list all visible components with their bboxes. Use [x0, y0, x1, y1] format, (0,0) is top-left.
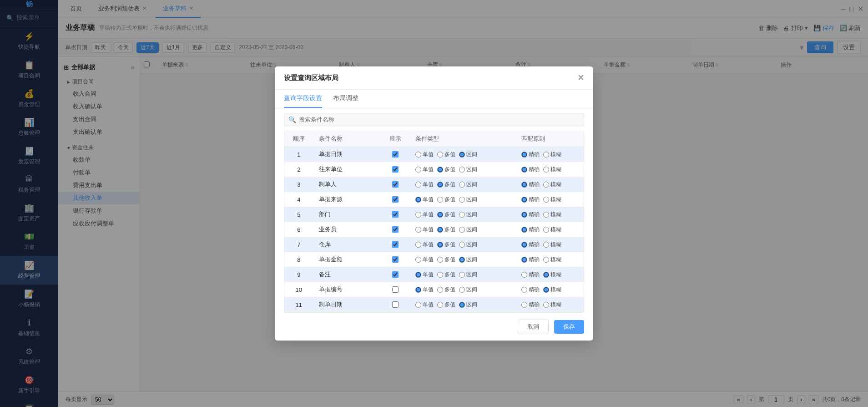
show-checkbox[interactable]: [392, 226, 399, 233]
radio-type-single[interactable]: 单值: [415, 256, 434, 264]
radio-type-multi[interactable]: 多值: [437, 256, 455, 264]
radio-type-multi[interactable]: 多值: [437, 241, 455, 249]
cell-match: 精确模糊: [516, 192, 584, 207]
radio-type-single[interactable]: 单值: [415, 226, 434, 234]
col-match: 匹配原则: [516, 131, 584, 147]
show-checkbox[interactable]: [392, 241, 399, 248]
radio-type-single[interactable]: 单值: [415, 166, 434, 173]
radio-match-exact[interactable]: 精确: [521, 271, 540, 279]
radio-match-fuzzy[interactable]: 模糊: [543, 181, 561, 188]
radio-match-exact[interactable]: 精确: [521, 301, 540, 309]
table-row: 10单据编号单值多值区间精确模糊: [284, 282, 584, 297]
radio-type-range[interactable]: 区间: [459, 166, 477, 173]
cell-type: 单值多值区间: [410, 207, 516, 222]
radio-type-single[interactable]: 单值: [415, 241, 434, 249]
radio-type-range[interactable]: 区间: [459, 226, 477, 234]
show-checkbox[interactable]: [392, 196, 399, 203]
radio-type-multi[interactable]: 多值: [437, 271, 455, 279]
modal-save-button[interactable]: 保存: [554, 320, 584, 334]
radio-match-exact[interactable]: 精确: [521, 256, 540, 264]
show-checkbox[interactable]: [392, 166, 399, 173]
radio-type-range[interactable]: 区间: [459, 211, 477, 219]
radio-match-exact[interactable]: 精确: [521, 181, 540, 188]
radio-type-range[interactable]: 区间: [459, 256, 477, 264]
cell-match: 精确模糊: [516, 177, 584, 192]
modal-search-input[interactable]: [284, 113, 584, 126]
cell-name: 单据编号: [313, 282, 381, 297]
radio-type-single[interactable]: 单值: [415, 181, 434, 188]
cell-order: 6: [284, 222, 313, 237]
radio-type-range[interactable]: 区间: [459, 196, 477, 204]
radio-type-single[interactable]: 单值: [415, 286, 434, 294]
radio-type-multi[interactable]: 多值: [437, 286, 455, 294]
show-checkbox[interactable]: [392, 151, 399, 158]
radio-type-range[interactable]: 区间: [459, 271, 477, 279]
modal-overlay[interactable]: 设置查询区域布局 ✕ 查询字段设置 布局调整 🔍 顺序 条件名称: [0, 0, 868, 407]
radio-match-exact[interactable]: 精确: [521, 196, 540, 204]
radio-type-multi[interactable]: 多值: [437, 181, 455, 188]
radio-match-exact[interactable]: 精确: [521, 151, 540, 158]
table-row: 8单据金额单值多值区间精确模糊: [284, 252, 584, 267]
radio-match-fuzzy[interactable]: 模糊: [543, 151, 561, 158]
show-checkbox[interactable]: [392, 301, 399, 308]
table-head: 顺序 条件名称 显示 条件类型 匹配原则: [284, 131, 584, 147]
radio-match-fuzzy[interactable]: 模糊: [543, 226, 561, 234]
radio-type-multi[interactable]: 多值: [437, 196, 455, 204]
radio-type-range[interactable]: 区间: [459, 301, 477, 309]
radio-match-fuzzy[interactable]: 模糊: [543, 256, 561, 264]
cell-match: 精确模糊: [516, 147, 584, 162]
cell-order: 1: [284, 147, 313, 162]
radio-type-range[interactable]: 区间: [459, 181, 477, 188]
cell-type: 单值多值区间: [410, 282, 516, 297]
show-checkbox[interactable]: [392, 256, 399, 263]
table-row: 4单据来源单值多值区间精确模糊: [284, 192, 584, 207]
radio-match-fuzzy[interactable]: 模糊: [543, 286, 561, 294]
radio-match-exact[interactable]: 精确: [521, 211, 540, 219]
radio-match-exact[interactable]: 精确: [521, 166, 540, 173]
radio-type-multi[interactable]: 多值: [437, 166, 455, 173]
radio-type-single[interactable]: 单值: [415, 196, 434, 204]
radio-match-fuzzy[interactable]: 模糊: [543, 271, 561, 279]
cell-name: 备注: [313, 267, 381, 282]
radio-match-fuzzy[interactable]: 模糊: [543, 241, 561, 249]
radio-match-fuzzy[interactable]: 模糊: [543, 166, 561, 173]
modal-tab-query[interactable]: 查询字段设置: [284, 90, 322, 108]
radio-type-multi[interactable]: 多值: [437, 301, 455, 309]
show-checkbox[interactable]: [392, 286, 399, 293]
cell-match: 精确模糊: [516, 162, 584, 177]
cell-type: 单值多值区间: [410, 177, 516, 192]
col-type: 条件类型: [410, 131, 516, 147]
show-checkbox[interactable]: [392, 271, 399, 278]
radio-type-multi[interactable]: 多值: [437, 226, 455, 234]
cell-order: 11: [284, 297, 313, 312]
table-body: 1单据日期单值多值区间精确模糊2往来单位单值多值区间精确模糊3制单人单值多值区间…: [284, 147, 584, 312]
radio-type-range[interactable]: 区间: [459, 241, 477, 249]
cell-type: 单值多值区间: [410, 267, 516, 282]
cell-name: 往来单位: [313, 162, 381, 177]
modal-search-icon: 🔍: [288, 116, 296, 123]
radio-match-exact[interactable]: 精确: [521, 241, 540, 249]
modal-tab-layout[interactable]: 布局调整: [333, 90, 358, 108]
show-checkbox[interactable]: [392, 181, 399, 188]
show-checkbox[interactable]: [392, 211, 399, 218]
radio-match-fuzzy[interactable]: 模糊: [543, 196, 561, 204]
radio-type-single[interactable]: 单值: [415, 211, 434, 219]
radio-type-multi[interactable]: 多值: [437, 151, 455, 158]
radio-match-exact[interactable]: 精确: [521, 286, 540, 294]
cell-name: 制单日期: [313, 297, 381, 312]
radio-match-fuzzy[interactable]: 模糊: [543, 301, 561, 309]
radio-type-multi[interactable]: 多值: [437, 211, 455, 219]
cancel-button[interactable]: 取消: [518, 320, 549, 334]
radio-match-exact[interactable]: 精确: [521, 226, 540, 234]
col-name: 条件名称: [313, 131, 381, 147]
modal-close-button[interactable]: ✕: [577, 73, 584, 83]
radio-type-range[interactable]: 区间: [459, 286, 477, 294]
radio-type-range[interactable]: 区间: [459, 151, 477, 158]
radio-type-single[interactable]: 单值: [415, 151, 434, 158]
cell-show: [381, 147, 410, 162]
radio-type-single[interactable]: 单值: [415, 271, 434, 279]
radio-match-fuzzy[interactable]: 模糊: [543, 211, 561, 219]
cell-name: 单据来源: [313, 192, 381, 207]
radio-type-single[interactable]: 单值: [415, 301, 434, 309]
cell-match: 精确模糊: [516, 222, 584, 237]
